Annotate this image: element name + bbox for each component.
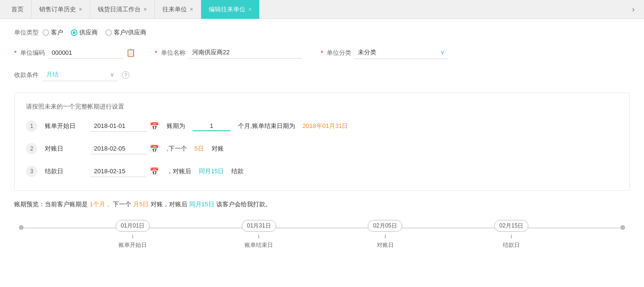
node-label-3: 对账日 <box>377 241 394 249</box>
node-label-1: 账单开始日 <box>119 241 147 249</box>
unit-type-label: 单位类型 <box>14 28 39 37</box>
unit-name-input[interactable] <box>188 47 302 59</box>
row-label-2: 对账日 <box>45 144 83 153</box>
reconcile-day-highlight: 5日 <box>195 144 204 153</box>
payment-terms-value: 月结 <box>46 70 108 79</box>
preview-reconcile-day: 月5日 <box>133 201 149 208</box>
unit-code-label: 单位编码 <box>20 49 45 57</box>
close-icon[interactable]: × <box>190 6 193 13</box>
settings-row-2: 2 对账日 📅 ,下一个 5日 对账 <box>26 143 618 154</box>
unit-category-label: 单位分类 <box>327 49 351 57</box>
tab-edit-partner[interactable]: 编辑往来单位 × <box>201 0 260 19</box>
box-title: 请按照未来的一个完整帐期进行设置 <box>26 102 618 111</box>
close-icon[interactable]: × <box>144 6 147 13</box>
row-label-1: 账单开始日 <box>45 122 83 130</box>
payment-prefix: ，对账后 <box>167 167 191 176</box>
start-date-input[interactable] <box>90 120 147 132</box>
node-stem-2 <box>258 235 259 238</box>
unit-code-group: * 单位编码 📋 <box>14 47 136 59</box>
preview-reconcile-text: 对账，对账后 <box>151 201 187 208</box>
unit-type-row: 单位类型 客户 供应商 客户/供应商 <box>14 28 630 37</box>
timeline-node-left-dot <box>19 220 24 230</box>
tab-bar: 首页 销售订单历史 × 钱货日清工作台 × 往来单位 × 编辑往来单位 × › <box>0 0 644 19</box>
copy-icon[interactable]: 📋 <box>126 48 136 57</box>
chevron-down-icon-payment: ∨ <box>110 71 114 78</box>
payment-suffix: 结款 <box>231 167 244 176</box>
settings-row-1: 1 账单开始日 📅 账期为 个月,账单结束日期为 2018年01月31日 <box>26 120 618 132</box>
unit-info-row: * 单位编码 📋 * 单位名称 * 单位分类 未分类 ∨ <box>14 46 630 59</box>
period-label: 账期为 <box>167 122 185 130</box>
timeline-nodes: 01月01日 账单开始日 01月31日 账单结束日 02月05日 对账日 02月… <box>19 220 625 249</box>
period-unit: 个月,账单结束日期为 <box>238 122 295 130</box>
timeline-node-1: 01月01日 账单开始日 <box>116 220 150 249</box>
reconcile-date-input[interactable] <box>90 143 147 154</box>
payment-terms-dropdown[interactable]: 月结 ∨ <box>42 68 118 81</box>
radio-circle-supplier <box>71 29 77 36</box>
radio-both[interactable]: 客户/供应商 <box>105 28 146 37</box>
period-input[interactable] <box>193 121 230 131</box>
preview-months: 1个月， <box>90 201 111 208</box>
close-icon[interactable]: × <box>248 6 252 13</box>
node-badge-1: 01月01日 <box>116 220 150 232</box>
unit-name-group: * 单位名称 <box>154 47 301 59</box>
payment-terms-label: 收款条件 <box>14 71 39 79</box>
preview-label: 账期预览：当前客户账期是 <box>14 201 88 208</box>
left-dot <box>19 225 24 230</box>
calendar-icon-1[interactable]: 📅 <box>150 122 159 131</box>
settings-box: 请按照未来的一个完整帐期进行设置 1 账单开始日 📅 账期为 个月,账单结束日期… <box>14 93 630 191</box>
unit-category-group: * 单位分类 未分类 ∨ <box>321 46 449 59</box>
radio-circle-both <box>105 29 112 36</box>
tab-cashflow[interactable]: 钱货日清工作台 × <box>90 0 155 19</box>
timeline-node-2: 01月31日 账单结束日 <box>242 220 276 249</box>
timeline-node-4: 02月15日 结款日 <box>494 220 529 249</box>
timeline-container: 01月01日 账单开始日 01月31日 账单结束日 02月05日 对账日 02月… <box>14 220 630 278</box>
required-star-name: * <box>154 49 157 57</box>
node-label-4: 结款日 <box>503 241 520 249</box>
node-badge-4: 02月15日 <box>494 220 529 232</box>
end-date-highlight: 2018年01月31日 <box>303 122 348 130</box>
preview-next: 下一个 <box>113 201 131 208</box>
settings-row-3: 3 结款日 📅 ，对账后 同月15日 结款 <box>26 166 618 177</box>
next-prefix: ,下一个 <box>167 144 187 153</box>
row-num-2: 2 <box>26 143 37 154</box>
date-field-1: 📅 <box>90 120 159 132</box>
radio-group-unit-type: 客户 供应商 客户/供应商 <box>42 28 146 37</box>
node-stem-3 <box>385 235 386 238</box>
main-content: 单位类型 客户 供应商 客户/供应商 * 单位编码 📋 * 单位名称 <box>0 19 644 287</box>
tab-more-button[interactable]: › <box>627 5 640 14</box>
chevron-down-icon: ∨ <box>441 49 445 56</box>
required-star-cat: * <box>321 49 323 57</box>
unit-name-label: 单位名称 <box>161 49 186 57</box>
tab-sales-history[interactable]: 销售订单历史 × <box>32 0 90 19</box>
unit-category-value: 未分类 <box>358 48 439 57</box>
tab-partner[interactable]: 往来单位 × <box>155 0 201 19</box>
preview-section: 账期预览：当前客户账期是 1个月， 下一个 月5日 对账，对账后 同月15日 该… <box>14 200 630 209</box>
radio-customer[interactable]: 客户 <box>42 28 63 37</box>
date-field-2: 📅 <box>90 143 159 154</box>
close-icon[interactable]: × <box>79 6 82 13</box>
node-badge-3: 02月05日 <box>368 220 402 232</box>
unit-category-dropdown[interactable]: 未分类 ∨ <box>354 46 449 59</box>
right-dot <box>620 225 625 230</box>
unit-code-input[interactable] <box>48 47 123 59</box>
row-num-3: 3 <box>26 166 37 177</box>
radio-supplier[interactable]: 供应商 <box>71 28 98 37</box>
date-field-3: 📅 <box>90 166 159 177</box>
preview-tail: 该客户会给我打款。 <box>216 201 271 208</box>
radio-circle-customer <box>42 29 49 36</box>
payment-date-input[interactable] <box>90 166 147 177</box>
help-icon[interactable]: ? <box>122 71 129 79</box>
timeline-node-right-dot <box>620 220 625 230</box>
payment-terms-row: 收款条件 月结 ∨ ? <box>14 68 630 81</box>
timeline-node-3: 02月05日 对账日 <box>368 220 402 249</box>
calendar-icon-3[interactable]: 📅 <box>150 167 159 176</box>
node-stem-4 <box>511 235 512 238</box>
required-star: * <box>14 49 17 57</box>
calendar-icon-2[interactable]: 📅 <box>150 144 159 153</box>
node-label-2: 账单结束日 <box>245 241 273 249</box>
payment-day-highlight: 同月15日 <box>199 167 224 176</box>
node-badge-2: 01月31日 <box>242 220 276 232</box>
row-label-3: 结款日 <box>45 167 83 176</box>
tab-home[interactable]: 首页 <box>4 0 32 19</box>
reconcile-suffix: 对账 <box>212 144 224 153</box>
